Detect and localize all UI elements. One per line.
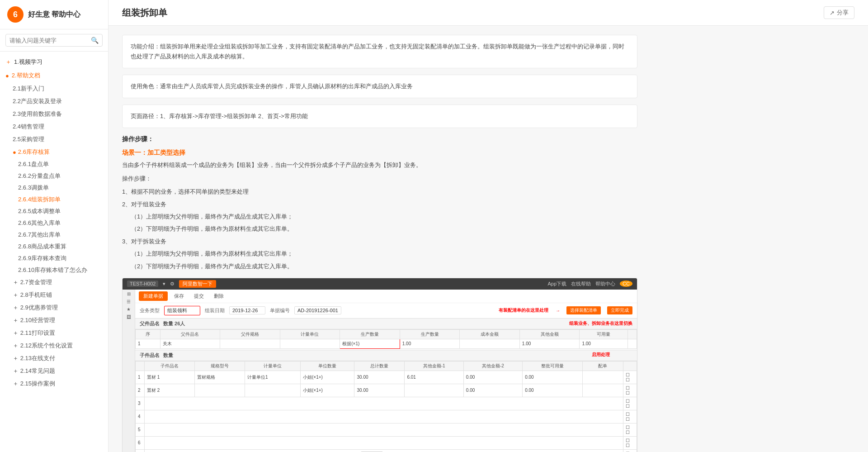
sidebar-item-other-inbound[interactable]: 2.6.6其他入库单: [0, 217, 108, 229]
sidebar-item-settings[interactable]: ＋ 2.12系统个性化设置: [0, 339, 108, 352]
sidebar-item-purchase[interactable]: 2.5采购管理: [0, 133, 108, 146]
sidebar-item-print[interactable]: ＋ 2.11打印设置: [0, 327, 108, 339]
ss-btn-bom[interactable]: 选择装配清单: [566, 306, 601, 314]
ss-col-seq: 序: [136, 329, 160, 339]
ss-col-unit: 计量单位: [280, 329, 340, 339]
table-row: 1 关木 根据(×1) 1.00 1.00 1.00: [136, 339, 637, 348]
ss-sub-col-qty: 单位数量: [301, 361, 354, 371]
step3-2: （2）下部明细为子件明细，最终作为产成品生成其它入库单。: [131, 261, 637, 271]
sidebar-item-other-outbound[interactable]: 2.6.7其他出库单: [0, 229, 108, 241]
sidebar-item-transfer[interactable]: 2.6.3调拨单: [0, 182, 108, 194]
search-icon[interactable]: 🔍: [91, 37, 99, 44]
ss-topbar: TEST-H002 ▾ ⚙ 阿里数智一下 App下载 在线帮助 帮助中心 CC: [123, 278, 637, 290]
ss-date-input[interactable]: 2019-12-26: [229, 306, 265, 314]
sidebar-item-mobile[interactable]: ＋ 2.8手机旺铺: [0, 289, 108, 301]
plus-icon: ＋: [13, 279, 19, 285]
ss-upper-section: 父件品名 数量 26人 组装业务、拆卸业务在这里切换: [135, 318, 637, 329]
ss-upper-count: 数量 26人: [163, 320, 185, 327]
ss-sub-col-avail: 整批可用量: [523, 361, 583, 371]
sidebar-item-cost-recalc[interactable]: 2.6.8商品成本重算: [0, 241, 108, 252]
ss-tab-save[interactable]: 保存: [170, 291, 188, 301]
ss-date-label: 组装日期: [205, 307, 225, 314]
ss-code-input[interactable]: AD-20191226-001: [294, 306, 341, 314]
sidebar-item-cases[interactable]: ＋ 2.15操作案例: [0, 377, 108, 390]
sidebar-item-faq[interactable]: ＋ 2.14常见问题: [0, 365, 108, 377]
page-title: 组装拆卸单: [122, 7, 167, 19]
nav-list: ＋ 1.视频学习 ● 2.帮助文档 2.1新手入门 2.2产品安装及登录 2.3…: [0, 52, 108, 394]
step2-2: （2）下部明细为子件明细，最终作为原材料生成其它出库单。: [131, 224, 637, 234]
sidebar: 6 好生意 帮助中心 🔍 ＋ 1.视频学习 ● 2.帮助文档 2.1新手入门 2…: [0, 0, 108, 452]
sidebar-item-stocktake[interactable]: 2.6.1盘点单: [0, 158, 108, 170]
ss-settings-icon: ⚙: [170, 281, 175, 287]
sidebar-item-inv-ledger[interactable]: 2.6.9库存账本查询: [0, 252, 108, 264]
scene1-title: 场景一：加工类型选择: [122, 149, 637, 157]
sidebar-item-data-prep[interactable]: 2.3使用前数据准备: [0, 108, 108, 120]
sidebar-item-finance[interactable]: ＋ 2.7资金管理: [0, 276, 108, 289]
table-row: 7☐ ☐: [136, 449, 637, 452]
step3: 3、对于拆装业务: [122, 236, 637, 247]
ss-btn-complete[interactable]: 立即完成: [607, 306, 632, 314]
sidebar-item-assembly[interactable]: 2.6.4组装拆卸单: [0, 194, 108, 205]
share-label: 分享: [837, 9, 849, 17]
sidebar-item-help-docs[interactable]: ● 2.帮助文档: [0, 69, 108, 82]
ss-company: TEST-H002: [127, 281, 158, 287]
sidebar-item-newcomer[interactable]: 2.1新手入门: [0, 82, 108, 95]
ss-col-action: [628, 329, 637, 339]
sidebar-item-coupon[interactable]: ＋ 2.9优惠券管理: [0, 301, 108, 314]
plus-icon: ＋: [13, 380, 19, 387]
ss-col-prod-qty2: 生产数量: [400, 329, 460, 339]
share-button[interactable]: ↗ 分享: [824, 6, 854, 19]
ss-nav-img-icon: 🖼: [127, 314, 131, 319]
search-area: 🔍: [0, 29, 108, 52]
ss-lower-label: 子件品名: [140, 352, 160, 359]
path-intro-block: 页面路径：1、库存核算->库存管理->组装拆卸单 2、首页->常用功能: [122, 105, 637, 128]
sidebar-item-inv-ledger-fix[interactable]: 2.6.10库存账本错了怎么办: [0, 264, 108, 276]
ss-form-row1: 业务类型 组装领料 组装日期 2019-12-26 单据编号 AD-201912…: [135, 303, 637, 318]
ss-btn-refresh: 阿里数智一下: [179, 280, 216, 288]
role-intro-text: 使用角色：通常由生产人员或库管人员完成拆装业务的操作，库管人员确认原材料的出库和…: [131, 83, 413, 90]
sidebar-item-payment[interactable]: ＋ 2.13在线支付: [0, 352, 108, 365]
ss-lower-section: 子件品名 数量: [135, 350, 637, 361]
ss-tab-delete[interactable]: 删除: [210, 291, 227, 301]
ss-tab-new[interactable]: 新建单据: [139, 291, 168, 301]
table-row: 2 置材 2 小姐(×1+) 30.00 0.00 0.00: [136, 384, 637, 397]
path-intro-text: 页面路径：1、库存核算->库存管理->组装拆卸单 2、首页->常用功能: [131, 113, 308, 119]
table-row: 3☐ ☐: [136, 397, 637, 410]
sidebar-item-partial-stocktake[interactable]: 2.6.2分量盘点单: [0, 170, 108, 182]
search-box[interactable]: 🔍: [5, 34, 103, 47]
feature-intro-block: 功能介绍：组装拆卸单用来处理企业组装或拆卸等加工业务，支持有固定装配清单的产品加…: [122, 35, 637, 68]
screenshot-container: TEST-H002 ▾ ⚙ 阿里数智一下 App下载 在线帮助 帮助中心 CC …: [122, 278, 637, 452]
fake-screenshot: TEST-H002 ▾ ⚙ 阿里数智一下 App下载 在线帮助 帮助中心 CC …: [123, 278, 637, 452]
plus-icon: ＋: [5, 58, 11, 66]
sidebar-item-cost-adjust[interactable]: 2.6.5成本调整单: [0, 205, 108, 217]
share-icon: ↗: [830, 10, 835, 16]
ss-col-avail: 可用量: [580, 329, 628, 339]
ss-sub-col-spec: 规格型号: [194, 361, 245, 371]
feature-intro-text: 功能介绍：组装拆卸单用来处理企业组装或拆卸等加工业务，支持有固定装配清单的产品加…: [131, 43, 624, 60]
ss-annotation-enable: 启用处理: [592, 352, 610, 358]
sidebar-item-sales[interactable]: 2.4销售管理: [0, 120, 108, 133]
ss-tab-submit[interactable]: 提交: [190, 291, 208, 301]
ss-annotation-type-switch: 组装业务、拆卸业务在这里切换: [569, 320, 632, 327]
ss-col-parent-name: 父件品名: [160, 329, 220, 339]
sidebar-item-inventory[interactable]: ● 2.6库存核算: [0, 146, 108, 158]
ss-type-input[interactable]: 组装领料: [164, 306, 200, 315]
ss-nav-home-icon: ⊞: [127, 291, 131, 296]
steps-section: 操作步骤： 场景一：加工类型选择 当由多个子件材料组装成一个成品的业务为【组装】…: [122, 135, 637, 271]
ss-annotation-bom: 有装配清单的在这里处理: [499, 307, 548, 314]
scene1-sub-title: 操作步骤：: [122, 173, 637, 184]
ss-sub-col-cost1: 其他金额-1: [405, 361, 463, 371]
ss-nav-doc-icon: ☰: [127, 299, 131, 304]
ss-user-avatar: CC: [620, 281, 632, 287]
search-input[interactable]: [9, 37, 91, 44]
table-row: 5☐ ☐: [136, 423, 637, 436]
ss-upper-table: 序 父件品名 父件规格 计量单位 生产数量 生产数量 成本金额 其他金额 可用量: [135, 329, 637, 349]
ss-sub-col-unit: 计量单位: [245, 361, 300, 371]
table-row: 4☐ ☐: [136, 410, 637, 423]
sidebar-item-operation[interactable]: ＋ 2.10经营管理: [0, 314, 108, 327]
sidebar-item-install[interactable]: 2.2产品安装及登录: [0, 95, 108, 108]
ss-nav-star-icon: ★: [127, 307, 131, 312]
main-header: 组装拆卸单 ↗ 分享: [108, 0, 868, 26]
sidebar-item-video-learning[interactable]: ＋ 1.视频学习: [0, 55, 108, 69]
plus-icon: ＋: [13, 367, 19, 374]
